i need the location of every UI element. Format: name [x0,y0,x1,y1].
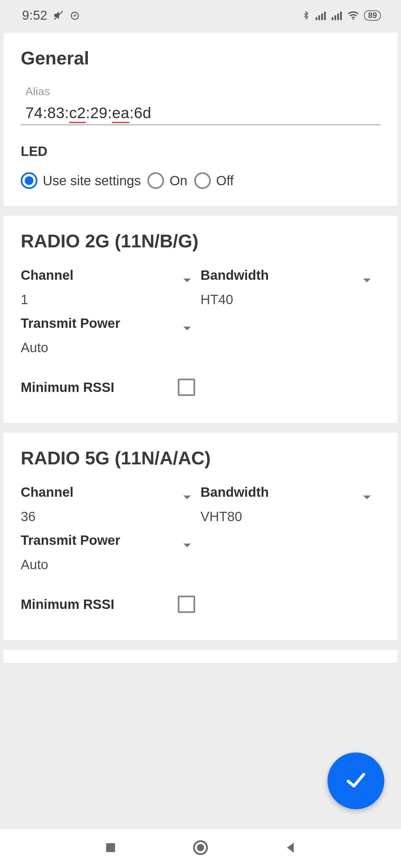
nav-home-icon[interactable] [192,839,209,858]
chevron-down-icon [182,326,192,332]
led-label: LED [21,144,380,159]
alias-value: 74:83:c2:29:ea:6d [25,104,151,123]
svg-rect-8 [338,13,339,20]
check-icon [344,770,368,792]
led-radio-on[interactable]: On [147,172,187,189]
card-general: General Alias 74:83:c2:29:ea:6d LED Use … [3,33,398,206]
mute-icon [53,10,64,21]
radio2g-txpower-select[interactable]: Transmit Power Auto [21,316,200,355]
radio2g-bandwidth-select[interactable]: Bandwidth HT40 [200,268,380,307]
chevron-down-icon [362,278,372,284]
led-radio-off[interactable]: Off [194,172,234,189]
radio5g-minrssi-checkbox[interactable] [178,596,195,613]
card-next-sliver [3,650,398,663]
radio-unchecked-icon [147,172,164,189]
led-radio-group: Use site settings On Off [21,172,380,189]
chevron-down-icon [362,495,372,501]
general-title: General [21,48,380,69]
alias-input[interactable]: 74:83:c2:29:ea:6d [21,104,380,125]
alias-label: Alias [25,85,380,98]
svg-point-10 [352,19,354,20]
status-time: 9:52 [22,8,48,23]
nav-back-icon[interactable] [284,841,297,856]
radio2g-minrssi-checkbox[interactable] [178,379,195,396]
battery-indicator: 89 [364,10,381,21]
status-right: 89 [302,10,381,21]
led-radio-site[interactable]: Use site settings [21,172,141,189]
chevron-down-icon [182,495,192,501]
chevron-down-icon [182,278,192,284]
android-navbar [0,829,401,868]
radio2g-title: RADIO 2G (11N/B/G) [21,230,380,252]
bluetooth-icon [302,10,310,21]
wifi-icon [347,10,359,20]
svg-rect-2 [316,18,317,20]
fab-confirm[interactable] [327,752,384,809]
radio2g-channel-select[interactable]: Channel 1 [21,268,200,307]
svg-rect-9 [340,12,342,20]
radio5g-bandwidth-select[interactable]: Bandwidth VHT80 [200,485,380,524]
radio5g-minrssi-label: Minimum RSSI [21,597,178,612]
svg-rect-11 [106,843,115,852]
chevron-down-icon [182,543,192,549]
alarm-icon [69,10,80,21]
signal-1-icon [315,10,326,20]
svg-rect-6 [332,18,334,20]
radio5g-txpower-select[interactable]: Transmit Power Auto [21,533,200,572]
svg-rect-3 [318,16,320,20]
radio-unchecked-icon [194,172,211,189]
svg-rect-7 [335,16,336,20]
card-radio-2g: RADIO 2G (11N/B/G) Channel 1 Bandwidth H… [3,216,398,423]
signal-2-icon [331,10,343,20]
radio5g-title: RADIO 5G (11N/A/AC) [21,447,380,469]
svg-rect-5 [324,12,326,20]
radio-checked-icon [21,172,37,189]
status-bar: 9:52 8 [0,0,401,31]
nav-recent-icon[interactable] [104,841,117,856]
card-radio-5g: RADIO 5G (11N/A/AC) Channel 36 Bandwidth… [3,433,398,640]
svg-rect-4 [321,13,323,20]
status-left: 9:52 [22,8,80,23]
radio2g-minrssi-label: Minimum RSSI [21,380,178,395]
radio5g-channel-select[interactable]: Channel 36 [21,485,200,524]
svg-point-13 [197,844,204,851]
